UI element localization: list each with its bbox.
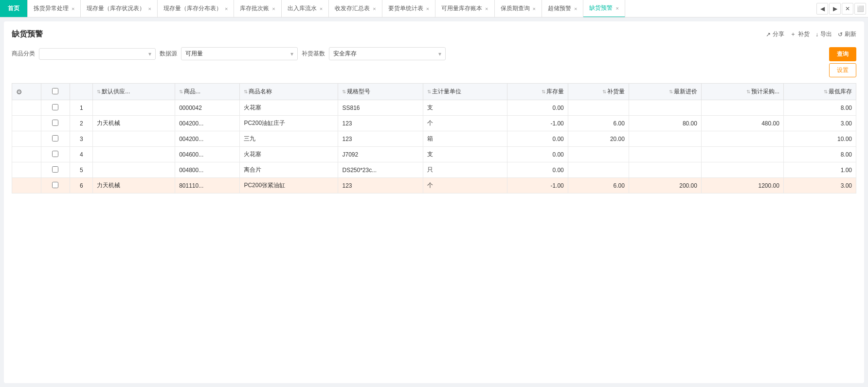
tab-label-exception: 拣货异常处理 [34, 4, 69, 13]
col-spec[interactable]: ⇅规格型号 [338, 84, 423, 100]
row-supplier-2 [93, 131, 175, 147]
row-replenish-2: 20.00 [568, 131, 629, 147]
tab-prev-button[interactable]: ◀ [816, 3, 828, 15]
table-row: 5004800...离合片DS250*23c...只0.001.00 [12, 162, 856, 178]
row-min-stock-2: 10.00 [783, 131, 856, 147]
row-est-purchase-2 [701, 131, 783, 147]
row-unit-1: 个 [423, 116, 507, 131]
row-checkbox-1[interactable] [52, 120, 58, 126]
tab-close-inventory-dist[interactable]: × [225, 6, 228, 12]
row-checkbox-0[interactable] [52, 104, 58, 110]
settings-button[interactable]: 设置 [829, 63, 856, 77]
category-filter-group: 商品分类 ▾ [12, 48, 156, 60]
row-est-purchase-3 [701, 147, 783, 162]
tab-label-inventory-dist: 现存量（库存分布表） [163, 4, 222, 13]
sort-icon-supplier: ⇅ [97, 89, 101, 94]
tab-close-inout-flow[interactable]: × [320, 6, 323, 12]
row-checkbox-3[interactable] [52, 151, 58, 157]
tab-item-batch-account[interactable]: 库存批次账× [234, 0, 281, 18]
column-settings-button[interactable]: ⚙ [16, 88, 22, 96]
replenish-action[interactable]: ＋ 补货 [790, 30, 810, 38]
row-index-0: 1 [70, 100, 93, 116]
refresh-action[interactable]: ↺ 刷新 [838, 30, 856, 38]
tab-close-available-ledger[interactable]: × [485, 6, 488, 12]
tab-close-expiry-query[interactable]: × [533, 6, 536, 12]
row-name-4: 离合片 [240, 162, 338, 178]
row-spec-2: 123 [338, 131, 423, 147]
table-row: 2力天机械004200...PC200油缸庄子123个-1.006.0080.0… [12, 116, 856, 131]
tab-close-receive-summary[interactable]: × [373, 6, 376, 12]
sort-icon-stock: ⇅ [542, 89, 545, 94]
tab-next-button[interactable]: ▶ [829, 3, 841, 15]
replenish-icon: ＋ [790, 30, 796, 38]
col-latest-price[interactable]: ⇅最新进价 [629, 84, 701, 100]
row-index-2: 3 [70, 131, 93, 147]
table-row: 6力天机械801110...PC200张紧油缸123个-1.006.00200.… [12, 178, 856, 194]
tab-item-inventory-dist[interactable]: 现存量（库存分布表）× [158, 0, 234, 18]
row-name-0: 火花塞 [240, 100, 338, 116]
col-unit[interactable]: ⇅主计量单位 [423, 84, 507, 100]
col-stock[interactable]: ⇅库存量 [507, 84, 568, 100]
row-latest-price-3 [629, 147, 701, 162]
category-select[interactable]: ▾ [39, 48, 156, 60]
tab-item-home[interactable]: 首页 [0, 0, 28, 18]
row-stock-4: 0.00 [507, 162, 568, 178]
sort-icon-min-stock: ⇅ [824, 89, 828, 94]
category-label: 商品分类 [12, 50, 35, 58]
tab-close-overstock[interactable]: × [574, 6, 577, 12]
filter-section: 商品分类 ▾ 数据源 可用量 ▾ 补货基数 安全库存 ▾ [12, 47, 856, 77]
col-min-stock[interactable]: ⇅最低库存 [783, 84, 856, 100]
query-button[interactable]: 查询 [829, 47, 856, 61]
row-stock-5: -1.00 [507, 178, 568, 194]
tab-label-inout-flow: 出入库流水 [288, 4, 317, 13]
col-replenish[interactable]: ⇅补货量 [568, 84, 629, 100]
tab-close-exception[interactable]: × [72, 6, 74, 12]
row-latest-price-0 [629, 100, 701, 116]
table-header: ⚙ ⇅默认供应... ⇅商品... ⇅商品名称 ⇅规格型号 ⇅主计量单位 ⇅库存… [12, 84, 856, 100]
tab-item-receive-summary[interactable]: 收发存汇总表× [329, 0, 382, 18]
tab-item-exception[interactable]: 拣货异常处理× [28, 0, 81, 18]
col-supplier[interactable]: ⇅默认供应... [93, 84, 175, 100]
row-gear-cell-5 [12, 178, 41, 194]
header-actions: ↗ 分享 ＋ 补货 ↓ 导出 ↺ 刷新 [766, 30, 856, 38]
row-spec-4: DS250*23c... [338, 162, 423, 178]
tab-label-shortage: 缺货预警 [589, 4, 613, 12]
col-sku[interactable]: ⇅商品... [175, 84, 240, 100]
row-checkbox-4[interactable] [52, 166, 58, 173]
replenish-basis-select[interactable]: 安全库存 ▾ [329, 47, 446, 60]
row-gear-cell-1 [12, 116, 41, 131]
tab-item-shortage[interactable]: 缺货预警× [583, 0, 625, 18]
tab-nav-buttons: ◀ ▶ ✕ ⬜ [814, 3, 868, 15]
tab-close-order-stats[interactable]: × [426, 6, 429, 12]
tab-item-inventory-status[interactable]: 现存量（库存状况表）× [81, 0, 157, 18]
row-replenish-4 [568, 162, 629, 178]
row-gear-cell-4 [12, 162, 41, 178]
table-header-row: ⚙ ⇅默认供应... ⇅商品... ⇅商品名称 ⇅规格型号 ⇅主计量单位 ⇅库存… [12, 84, 856, 100]
page-title: 缺货预警 [12, 29, 43, 39]
table-row: 4004600...火花塞J7092支0.008.00 [12, 147, 856, 162]
col-est-purchase[interactable]: ⇅预计采购... [701, 84, 783, 100]
share-action[interactable]: ↗ 分享 [766, 30, 784, 38]
tab-close-all-button[interactable]: ✕ [842, 3, 853, 15]
sort-icon-name: ⇅ [244, 89, 248, 94]
row-min-stock-3: 8.00 [783, 147, 856, 162]
tab-item-order-stats[interactable]: 要货单统计表× [382, 0, 435, 18]
row-checkbox-5[interactable] [52, 182, 58, 188]
tab-maximize-button[interactable]: ⬜ [854, 3, 866, 15]
tab-item-overstock[interactable]: 超储预警× [542, 0, 583, 18]
col-name[interactable]: ⇅商品名称 [240, 84, 338, 100]
col-gear: ⚙ [12, 84, 41, 100]
select-all-checkbox[interactable] [52, 88, 58, 94]
tab-item-available-ledger[interactable]: 可用量库存账本× [435, 0, 494, 18]
row-name-2: 三九 [240, 131, 338, 147]
export-action[interactable]: ↓ 导出 [815, 30, 832, 38]
tab-item-expiry-query[interactable]: 保质期查询× [495, 0, 542, 18]
row-checkbox-cell-5 [41, 178, 70, 194]
tab-close-shortage[interactable]: × [615, 5, 618, 11]
tab-item-inout-flow[interactable]: 出入库流水× [282, 0, 329, 18]
row-sku-5: 801110... [175, 178, 240, 194]
tab-close-batch-account[interactable]: × [272, 6, 275, 12]
tab-close-inventory-status[interactable]: × [148, 6, 151, 12]
row-checkbox-2[interactable] [52, 135, 58, 141]
datasource-select[interactable]: 可用量 ▾ [181, 47, 298, 60]
